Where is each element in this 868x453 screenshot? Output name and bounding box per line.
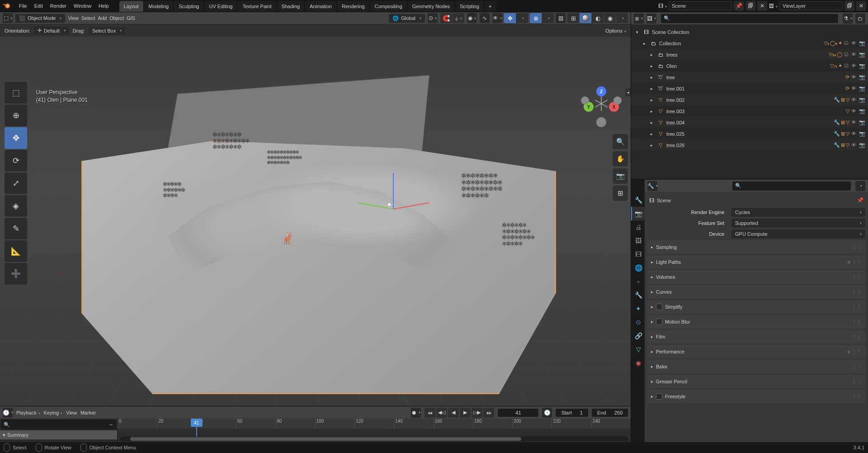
tool-scale[interactable]: ⤢ bbox=[5, 172, 27, 194]
shading-wireframe[interactable]: ⊞ bbox=[567, 13, 579, 23]
outliner-row[interactable]: ▸ 🗀 trees ▽₂₂◯ ☑👁📷 bbox=[631, 49, 868, 60]
outliner-row[interactable]: ▸ ▽ tree.026 🔧⊞▽ 👁📷 bbox=[631, 139, 868, 151]
jump-start-icon[interactable]: ⏮ bbox=[425, 408, 435, 418]
panel-options[interactable]: ⋮⋮ bbox=[852, 289, 862, 295]
tl-menu-view[interactable]: View bbox=[66, 410, 77, 415]
visibility-icons[interactable]: ☑👁📷 bbox=[844, 52, 865, 57]
visibility-icons[interactable]: 👁📷 bbox=[851, 142, 865, 148]
tool-rotate[interactable]: ⟳ bbox=[5, 150, 27, 172]
shading-material[interactable]: ◐ bbox=[592, 13, 604, 23]
panel-options[interactable]: ⋮⋮ bbox=[852, 394, 862, 400]
keyframe-prev-icon[interactable]: ◀◁ bbox=[436, 408, 447, 418]
device-select[interactable]: GPU Compute bbox=[731, 229, 865, 238]
delete-scene-icon[interactable]: ✕ bbox=[757, 1, 767, 11]
gizmo-z-axis[interactable] bbox=[393, 173, 394, 209]
panel-header[interactable]: ▸ Performance ≡ ⋮⋮ bbox=[647, 345, 865, 358]
scene-browse-icon[interactable]: 🎞 bbox=[658, 3, 667, 9]
timeline-scroll[interactable] bbox=[120, 437, 628, 441]
panel-options[interactable]: ≡ ⋮⋮ bbox=[848, 349, 862, 355]
show-overlays[interactable]: ⊕ bbox=[530, 13, 542, 23]
viewport-3d[interactable]: ✲✳✲✳✲✳✲ ✳✲✳✲✳✲✳✲✳ ✲✳✲✳✲✳✲ ✲✳✲✳✲✳✲✳✲✳ ✳✲✳… bbox=[0, 37, 631, 406]
camera-view-icon[interactable]: 📷 bbox=[613, 168, 628, 184]
nav-neg[interactable] bbox=[581, 96, 589, 105]
tab-layout[interactable]: Layout bbox=[119, 1, 143, 12]
tab-shading[interactable]: Shading bbox=[277, 1, 304, 12]
panel-options[interactable]: ⋮⋮ bbox=[852, 274, 862, 280]
perspective-toggle-icon[interactable]: ⊞ bbox=[613, 186, 628, 201]
outliner-filter[interactable]: ⚗ bbox=[843, 14, 853, 24]
transform-orientation[interactable]: 🌐 Global bbox=[389, 14, 425, 23]
curve-falloff[interactable]: ∿ bbox=[480, 13, 490, 23]
pivot-point[interactable]: ⊙ bbox=[428, 13, 438, 23]
tab-modeling[interactable]: Modeling bbox=[144, 1, 174, 12]
tab-animation[interactable]: Animation bbox=[305, 1, 336, 12]
properties-search[interactable]: 🔍 bbox=[732, 181, 851, 191]
shading-options[interactable] bbox=[616, 13, 628, 23]
overlay-options[interactable] bbox=[542, 13, 554, 23]
gizmo-center[interactable] bbox=[389, 204, 398, 213]
view3d-menu-object[interactable]: Object bbox=[109, 15, 124, 21]
new-collection-icon[interactable]: 🗀 bbox=[855, 14, 865, 24]
new-layer-icon[interactable]: 🗐 bbox=[844, 1, 854, 11]
mode-select[interactable]: ⬛ Object Mode bbox=[15, 14, 65, 23]
prop-tab-tool[interactable]: 🔧 bbox=[631, 193, 645, 207]
outliner-search[interactable]: 🔍 bbox=[661, 14, 838, 23]
visibility-filter[interactable]: 👁 bbox=[492, 13, 502, 23]
panel-checkbox[interactable] bbox=[656, 304, 662, 310]
menu-edit[interactable]: Edit bbox=[31, 0, 47, 11]
jump-end-icon[interactable]: ⏭ bbox=[483, 408, 494, 418]
expand-icon[interactable]: ↔ bbox=[108, 422, 113, 427]
panel-options[interactable]: ⋮⋮ bbox=[852, 379, 862, 385]
nav-neg[interactable] bbox=[613, 96, 622, 105]
panel-options[interactable]: ⋮⋮ bbox=[852, 334, 862, 340]
prop-tab-data[interactable]: ▽ bbox=[631, 343, 645, 356]
outliner-row-root[interactable]: ▾ 🎞 Scene Collection bbox=[631, 26, 868, 38]
proportional-edit[interactable]: ◉ bbox=[467, 13, 477, 23]
layer-browse-icon[interactable]: 🖼 bbox=[769, 3, 778, 9]
autokey-toggle[interactable]: ⏺ bbox=[411, 408, 421, 418]
tl-menu-keying[interactable]: Keying bbox=[44, 410, 63, 415]
feature-set-select[interactable]: Supported bbox=[731, 219, 865, 228]
tl-menu-marker[interactable]: Marker bbox=[80, 410, 96, 415]
menu-file[interactable]: File bbox=[15, 0, 31, 11]
new-scene-icon[interactable]: 🗐 bbox=[745, 1, 755, 11]
current-frame-input[interactable]: 41 bbox=[498, 409, 538, 417]
menu-window[interactable]: Window bbox=[70, 0, 95, 11]
view3d-options[interactable]: Options bbox=[605, 28, 626, 33]
frame-end-input[interactable]: End 250 bbox=[592, 409, 628, 417]
tl-menu-playback[interactable]: Playback bbox=[16, 410, 40, 415]
shading-solid[interactable] bbox=[580, 13, 591, 23]
editor-type-icon[interactable]: ⬚ bbox=[3, 13, 13, 23]
menu-render[interactable]: Render bbox=[47, 0, 70, 11]
panel-checkbox[interactable] bbox=[656, 319, 662, 325]
outliner-row[interactable]: ▸ ➰ tree.001 ⟳ 👁📷 bbox=[631, 83, 868, 94]
tool-measure[interactable]: 📐 bbox=[5, 240, 27, 262]
panel-checkbox[interactable] bbox=[656, 393, 662, 400]
deer-character[interactable]: 🦌 bbox=[280, 231, 295, 245]
outliner-row[interactable]: ▸ ▽ tree.002 🔧⊞▽ 👁📷 bbox=[631, 94, 868, 105]
zoom-icon[interactable]: 🔍 bbox=[613, 134, 628, 149]
panel-header[interactable]: ▸ Freestyle ⋮⋮ bbox=[647, 390, 865, 403]
prop-tab-material[interactable]: ◉ bbox=[631, 356, 645, 370]
viewlayer-name-input[interactable]: ViewLayer bbox=[779, 1, 843, 10]
tool-cursor[interactable]: ⊕ bbox=[5, 105, 27, 126]
track-area[interactable]: 020406080100120140160180200220240 41 bbox=[118, 419, 631, 442]
nav-z[interactable]: Z bbox=[596, 86, 606, 96]
pin-scene-icon[interactable]: 📌 bbox=[734, 1, 744, 11]
keyframe-next-icon[interactable]: ▷▶ bbox=[472, 408, 482, 418]
tab-compositing[interactable]: Compositing bbox=[370, 1, 407, 12]
panel-header[interactable]: ▸ Light Paths ≡ ⋮⋮ bbox=[647, 255, 865, 269]
timeline-editor-type[interactable]: 🕓 bbox=[3, 408, 13, 418]
visibility-icons[interactable]: 👁📷 bbox=[851, 86, 865, 91]
tab-texture-paint[interactable]: Texture Paint bbox=[238, 1, 276, 12]
prop-tab-scene[interactable]: 🎞 bbox=[631, 248, 645, 261]
delete-layer-icon[interactable]: ✕ bbox=[856, 1, 866, 11]
panel-options[interactable]: ≡ ⋮⋮ bbox=[848, 259, 862, 265]
xray-toggle[interactable]: ▧ bbox=[556, 13, 566, 23]
drag-sub-value[interactable]: Select Box bbox=[89, 27, 126, 35]
tab-add[interactable]: + bbox=[485, 1, 496, 12]
prop-tab-object[interactable]: ▫ bbox=[631, 275, 645, 288]
outliner-row[interactable]: ▸ ▽ tree.004 🔧⊞▽ 👁📷 bbox=[631, 117, 868, 128]
outliner-display-mode[interactable]: 🖼 bbox=[646, 14, 656, 24]
outliner-row[interactable]: ▸ ▽ tree.025 🔧⊞▽ 👁📷 bbox=[631, 128, 868, 139]
